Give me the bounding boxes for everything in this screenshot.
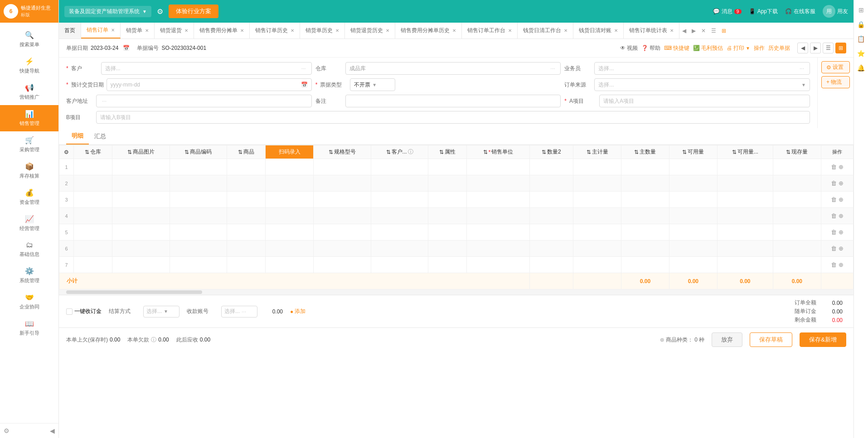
- staff-dots[interactable]: ···: [798, 65, 806, 72]
- tab-summary[interactable]: 汇总: [89, 129, 112, 144]
- right-panel-icon-1[interactable]: ⊞: [855, 4, 868, 16]
- tab-sales-order-close[interactable]: ✕: [111, 28, 115, 33]
- tab-daily-clear[interactable]: 钱货日清工作台 ✕: [518, 23, 573, 39]
- customer-input[interactable]: 选择... ···: [101, 62, 312, 75]
- staff-input[interactable]: 选择... ···: [594, 62, 810, 75]
- row-warehouse-7[interactable]: [74, 257, 112, 273]
- th-image[interactable]: ⇅商品图片: [112, 145, 170, 159]
- view-action[interactable]: 👁 视频: [620, 44, 638, 52]
- row-available2-4[interactable]: [717, 208, 773, 224]
- remark-input[interactable]: [345, 95, 561, 107]
- row-mainunit-5[interactable]: [573, 224, 621, 241]
- th-stock[interactable]: ⇅现存量: [773, 145, 821, 159]
- row-attr-7[interactable]: [428, 257, 467, 273]
- tab-order-workbench-close[interactable]: ✕: [508, 28, 512, 33]
- row-delete-icon-6[interactable]: 🗑: [831, 245, 837, 252]
- row-copy-icon-6[interactable]: ⊕: [839, 245, 844, 252]
- row-mainqty-3[interactable]: [621, 192, 669, 208]
- row-ccode-2[interactable]: [371, 175, 428, 192]
- row-code-1[interactable]: [170, 159, 227, 175]
- row-qty2-7[interactable]: [529, 257, 573, 273]
- row-available-1[interactable]: [669, 159, 717, 175]
- row-available2-3[interactable]: [717, 192, 773, 208]
- row-image-4[interactable]: [112, 208, 170, 224]
- profit-action[interactable]: 💹 毛利预估: [693, 44, 723, 52]
- user-item[interactable]: 用 用友: [823, 5, 848, 18]
- row-goods-2[interactable]: [227, 175, 266, 192]
- row-attr-6[interactable]: [428, 241, 467, 257]
- row-image-7[interactable]: [112, 257, 170, 273]
- tab-expense-history-close[interactable]: ✕: [452, 28, 456, 33]
- tab-expand-icon[interactable]: ⊞: [719, 23, 729, 39]
- tab-return-history[interactable]: 销货单历史 ✕: [300, 23, 345, 39]
- row-unit-1[interactable]: [467, 159, 529, 175]
- row-spec-2[interactable]: [314, 175, 371, 192]
- tab-refund-history[interactable]: 销货退货历史 ✕: [345, 23, 395, 39]
- row-available2-5[interactable]: [717, 224, 773, 241]
- row-scan-6[interactable]: [266, 241, 314, 257]
- row-code-5[interactable]: [170, 224, 227, 241]
- row-unit-6[interactable]: [467, 241, 529, 257]
- table-settings-icon[interactable]: ⚙: [64, 149, 69, 155]
- row-mainunit-1[interactable]: [573, 159, 621, 175]
- th-scan[interactable]: 扫码录入: [266, 145, 314, 159]
- row-attr-4[interactable]: [428, 208, 467, 224]
- th-settings[interactable]: ⚙: [59, 145, 74, 159]
- invoice-select[interactable]: 不开票 ▼: [350, 78, 395, 91]
- right-panel-icon-5[interactable]: 🔔: [855, 62, 868, 74]
- row-stock-2[interactable]: [773, 175, 821, 192]
- tab-sales-return[interactable]: 销货单 ✕: [121, 23, 155, 39]
- row-mainqty-4[interactable]: [621, 208, 669, 224]
- row-ccode-6[interactable]: [371, 241, 428, 257]
- help-action[interactable]: ❓ 帮助: [641, 44, 660, 52]
- row-attr-5[interactable]: [428, 224, 467, 241]
- deposit-checkbox[interactable]: [66, 308, 73, 315]
- sidebar-item-stock[interactable]: 📦 库存核算: [0, 158, 58, 184]
- tab-daily-check[interactable]: 钱货日清对账 ✕: [573, 23, 624, 39]
- row-code-6[interactable]: [170, 241, 227, 257]
- sidebar-item-guide[interactable]: 📖 新手引导: [0, 315, 58, 341]
- tab-refund-history-close[interactable]: ✕: [386, 28, 389, 33]
- row-available2-1[interactable]: [717, 159, 773, 175]
- list-view-btn[interactable]: ☰: [823, 43, 834, 53]
- th-goods[interactable]: ⇅商品: [227, 145, 266, 159]
- warehouse-input[interactable]: 成品库 ···: [345, 62, 561, 75]
- topbar-gear-icon[interactable]: ⚙: [157, 7, 163, 16]
- row-warehouse-1[interactable]: [74, 159, 112, 175]
- right-panel-icon-3[interactable]: 📋: [855, 33, 868, 45]
- row-mainqty-2[interactable]: [621, 175, 669, 192]
- row-spec-3[interactable]: [314, 192, 371, 208]
- row-copy-icon-2[interactable]: ⊕: [839, 180, 844, 187]
- row-scan-1[interactable]: [266, 159, 314, 175]
- row-delete-icon-3[interactable]: 🗑: [831, 196, 837, 203]
- row-scan-4[interactable]: [266, 208, 314, 224]
- scrollbar-track[interactable]: [59, 289, 853, 295]
- account-input[interactable]: 选择... ···: [221, 306, 257, 318]
- right-panel-icon-2[interactable]: 🔒: [855, 18, 868, 31]
- system-selector[interactable]: 装备及固定资产辅助管理系统 ▼: [64, 6, 151, 17]
- row-available2-2[interactable]: [717, 175, 773, 192]
- row-attr-1[interactable]: [428, 159, 467, 175]
- th-unit[interactable]: ⇅*销售单位: [467, 145, 529, 159]
- row-code-7[interactable]: [170, 257, 227, 273]
- row-unit-5[interactable]: [467, 224, 529, 241]
- tab-sales-refund[interactable]: 销货退货 ✕: [155, 23, 194, 39]
- grid-view-btn[interactable]: ⊞: [835, 43, 846, 53]
- deposit-checkbox-label[interactable]: 一键收订金: [66, 308, 102, 315]
- row-copy-icon-3[interactable]: ⊕: [839, 196, 844, 203]
- payment-method-select[interactable]: 选择... ▼: [143, 306, 179, 318]
- row-ccode-4[interactable]: [371, 208, 428, 224]
- th-available2[interactable]: ⇅可用量...: [717, 145, 773, 159]
- sidebar-item-base[interactable]: 🗂 基础信息: [0, 236, 58, 262]
- th-code[interactable]: ⇅商品编码: [170, 145, 227, 159]
- sidebar-item-purchase[interactable]: 🛒 采购管理: [0, 131, 58, 158]
- row-goods-1[interactable]: [227, 159, 266, 175]
- row-spec-5[interactable]: [314, 224, 371, 241]
- row-scan-7[interactable]: [266, 257, 314, 273]
- addgoods-button[interactable]: + 物流: [821, 76, 850, 88]
- tab-nav-right[interactable]: ▶: [689, 23, 698, 39]
- row-warehouse-6[interactable]: [74, 241, 112, 257]
- tab-nav-left[interactable]: ◀: [679, 23, 689, 39]
- row-unit-2[interactable]: [467, 175, 529, 192]
- row-available-6[interactable]: [669, 241, 717, 257]
